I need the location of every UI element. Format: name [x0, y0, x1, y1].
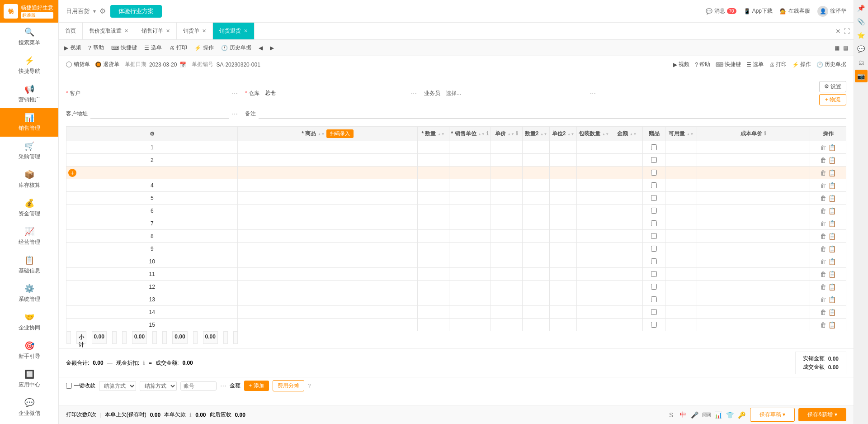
delete-row-1[interactable]: 🗑	[820, 144, 826, 151]
qty-cell-11[interactable]	[417, 268, 449, 281]
copy-row-8[interactable]: 📋	[828, 233, 836, 240]
qty2-cell-5[interactable]	[523, 192, 550, 205]
sidebar-item-inventory[interactable]: 📦 库存核算	[0, 165, 58, 194]
avail-cell-12[interactable]	[665, 281, 697, 293]
s-icon-3[interactable]: 🎤	[690, 410, 699, 419]
price-cell-8[interactable]	[491, 230, 523, 243]
gift-cell-6[interactable]	[643, 205, 665, 217]
gift-cell-13[interactable]	[643, 293, 665, 306]
type-sales-radio[interactable]	[66, 62, 72, 67]
qty2-cell-3[interactable]	[523, 167, 550, 179]
tab-close-sales-order[interactable]: ✕	[166, 28, 170, 34]
settle-method-select[interactable]: 结算方式	[99, 381, 136, 391]
gift-cell-8[interactable]	[643, 230, 665, 243]
amount-cell-15[interactable]	[611, 319, 643, 331]
product-input-7[interactable]	[240, 220, 415, 227]
unit-cell-12[interactable]	[449, 281, 491, 293]
pkg-cell-10[interactable]	[577, 255, 611, 268]
product-input-4[interactable]	[240, 182, 415, 189]
app-download-btn[interactable]: 📱 App下载	[744, 7, 773, 15]
gift-check-6[interactable]	[651, 208, 657, 214]
product-input-1[interactable]	[240, 144, 415, 151]
price-cell-7[interactable]	[491, 217, 523, 230]
gift-cell-10[interactable]	[643, 255, 665, 268]
product-cell-15[interactable]	[238, 319, 417, 331]
cost-cell-1[interactable]	[697, 141, 810, 154]
tab-close-sales-return[interactable]: ✕	[244, 28, 248, 34]
qty-cell-9[interactable]	[417, 243, 449, 255]
tab-sales-delivery[interactable]: 销货单✕	[177, 23, 213, 39]
copy-row-10[interactable]: 📋	[828, 258, 836, 265]
amount-cell-11[interactable]	[611, 268, 643, 281]
sidebar-item-search[interactable]: 🔍 搜索菜单	[0, 23, 58, 51]
dropdown-icon[interactable]: ▾	[93, 8, 96, 14]
qty2-cell-14[interactable]	[523, 306, 550, 319]
price-cell-11[interactable]	[491, 268, 523, 281]
print-btn[interactable]: 🖨 打印	[169, 44, 187, 52]
pkg-cell-1[interactable]	[577, 141, 611, 154]
print-action-btn[interactable]: 🖨 打印	[769, 61, 787, 68]
product-cell-8[interactable]	[238, 230, 417, 243]
qty2-cell-11[interactable]	[523, 268, 550, 281]
copy-row-15[interactable]: 📋	[828, 321, 836, 329]
pkg-cell-5[interactable]	[577, 192, 611, 205]
sort-unit[interactable]: ▲▼	[478, 133, 485, 136]
sidebar-item-finance[interactable]: 💰 资金管理	[0, 194, 58, 222]
one-key-check[interactable]	[66, 383, 72, 389]
pkg-cell-8[interactable]	[577, 230, 611, 243]
video-action-btn[interactable]: ▶ 视频	[673, 61, 689, 68]
salesperson-picker[interactable]: ···	[590, 89, 596, 97]
qty2-cell-9[interactable]	[523, 243, 550, 255]
qty2-cell-10[interactable]	[523, 255, 550, 268]
cost-cell-7[interactable]	[697, 217, 810, 230]
unit2-cell-15[interactable]	[550, 319, 577, 331]
unit-cell-4[interactable]	[449, 179, 491, 192]
rp-btn-archive[interactable]: 🗂	[855, 56, 868, 69]
list-view-btn[interactable]: ▤	[843, 45, 848, 51]
sidebar-item-coop[interactable]: 🤝 企业协同	[0, 308, 58, 336]
salesperson-input[interactable]	[443, 89, 587, 98]
th-settings[interactable]: ⚙	[66, 127, 238, 141]
unit2-cell-5[interactable]	[550, 192, 577, 205]
gift-cell-9[interactable]	[643, 243, 665, 255]
cost-cell-15[interactable]	[697, 319, 810, 331]
copy-row-12[interactable]: 📋	[828, 283, 836, 291]
unit-cell-7[interactable]	[449, 217, 491, 230]
cost-cell-5[interactable]	[697, 192, 810, 205]
copy-row-13[interactable]: 📋	[828, 296, 836, 303]
amount-cell-9[interactable]	[611, 243, 643, 255]
scan-btn[interactable]: 扫码录入	[326, 129, 354, 138]
sort-price[interactable]: ▲▼	[507, 133, 514, 136]
amount-cell-12[interactable]	[611, 281, 643, 293]
history-action-btn[interactable]: 🕐 历史单据	[816, 61, 846, 68]
copy-row-7[interactable]: 📋	[828, 220, 836, 227]
tab-close-price-settings[interactable]: ✕	[124, 28, 128, 34]
unit-cell-3[interactable]	[449, 167, 491, 179]
gift-cell-4[interactable]	[643, 179, 665, 192]
price-cell-12[interactable]	[491, 281, 523, 293]
s-icon-4[interactable]: ⌨	[702, 410, 711, 419]
avail-cell-6[interactable]	[665, 205, 697, 217]
avail-cell-5[interactable]	[665, 192, 697, 205]
qty-cell-2[interactable]	[417, 154, 449, 167]
address-picker[interactable]: ···	[232, 110, 238, 118]
unit2-cell-4[interactable]	[550, 179, 577, 192]
qty2-cell-4[interactable]	[523, 179, 550, 192]
experience-btn[interactable]: 体验行业方案	[110, 5, 162, 18]
product-input-9[interactable]	[240, 246, 415, 252]
gift-check-15[interactable]	[651, 322, 657, 328]
qty2-cell-15[interactable]	[523, 319, 550, 331]
avail-cell-13[interactable]	[665, 293, 697, 306]
gift-check-11[interactable]	[651, 271, 657, 277]
delete-row-7[interactable]: 🗑	[820, 220, 826, 227]
gift-cell-14[interactable]	[643, 306, 665, 319]
type-return-radio[interactable]	[95, 62, 101, 67]
one-key-checkbox[interactable]: 一键收款	[66, 382, 95, 390]
grid-view-btn[interactable]: ▦	[835, 45, 840, 51]
help-action-btn[interactable]: ? 帮助	[695, 61, 710, 68]
warehouse-picker[interactable]: ···	[411, 89, 417, 97]
gift-cell-12[interactable]	[643, 281, 665, 293]
avail-cell-9[interactable]	[665, 243, 697, 255]
qty-cell-5[interactable]	[417, 192, 449, 205]
amount-cell-6[interactable]	[611, 205, 643, 217]
